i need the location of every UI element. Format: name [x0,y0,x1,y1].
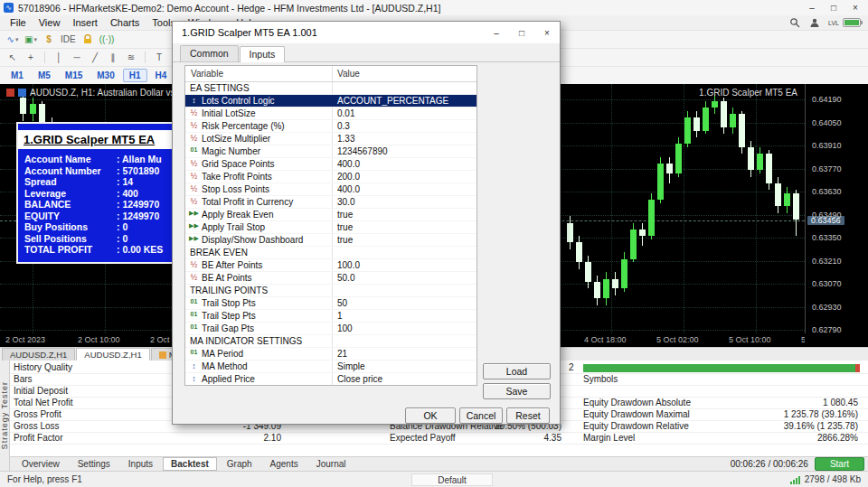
fibonacci-icon[interactable]: ≋ [123,51,139,65]
input-row-break-even[interactable]: BREAK EVEN [185,247,476,259]
input-row-applied-price[interactable]: ↕Applied PriceClose price [185,373,476,385]
input-row-trail-step-pts[interactable]: 01Trail Step Pts1 [185,310,476,323]
input-row-display-show-dashboard[interactable]: ▶▶Display/Show Dashboardtrue [185,234,476,247]
input-row-lotsize-multiplier[interactable]: ½LotSize Multiplier1.33 [185,133,476,145]
input-row-stop-loss-points[interactable]: ½Stop Loss Points400.0 [185,183,476,196]
reset-button[interactable]: Reset [506,407,550,424]
dialog-close-button[interactable]: × [534,22,560,43]
new-order-icon[interactable]: ∿▾ [5,33,21,47]
text-icon[interactable]: T [151,51,167,65]
input-row-apply-break-even[interactable]: ▶▶Apply Break Eventrue [185,209,476,221]
strategy-tester-side-tab[interactable]: Strategy Tester [0,361,10,471]
param-value[interactable]: 1.33 [337,134,354,144]
input-row-risk-percentage[interactable]: ½Risk Percentage (%)0.3 [185,120,476,133]
param-value[interactable]: 0.01 [337,108,354,118]
dialog-titlebar[interactable]: 1.GRID Scalper MT5 EA 1.001 – □ × [173,22,560,43]
timeframe-h4[interactable]: H4 [149,69,174,82]
param-value[interactable]: ACCOUNT_PERCENTAGE [337,96,448,106]
menu-item-insert[interactable]: Insert [66,16,104,29]
metaeditor-ide-icon[interactable]: IDE [59,33,78,47]
param-value[interactable]: true [337,235,353,245]
input-row-ma-period[interactable]: 01MA Period21 [185,348,476,361]
tester-tab-graph[interactable]: Graph [219,457,260,471]
vertical-line-icon[interactable]: │ [51,51,67,65]
param-value[interactable]: true [337,222,353,232]
window-controls: – □ × [801,1,866,14]
param-value[interactable]: 400.0 [337,184,360,194]
load-button[interactable]: Load [483,363,551,379]
tester-tab-backtest[interactable]: Backtest [163,457,217,471]
input-row-be-at-points[interactable]: ½BE At Points50.0 [185,272,476,285]
param-value[interactable]: 400.0 [337,159,360,169]
cancel-button[interactable]: Cancel [459,407,503,424]
param-value[interactable]: Simple [337,361,365,371]
dialog-tab-inputs[interactable]: Inputs [240,46,286,62]
profile-selector[interactable]: Default [411,473,493,486]
horizontal-line-icon[interactable]: ─ [69,51,85,65]
param-value[interactable]: 50 [337,298,347,308]
input-row-initial-lotsize[interactable]: ½Initial LotSize0.01 [185,108,476,120]
trendline-icon[interactable]: ╱ [87,51,103,65]
chart-tab-audusd-z-h1[interactable]: AUDUSD.Z,H1 [2,348,75,361]
menu-item-file[interactable]: File [4,16,33,29]
input-row-apply-trail-stop[interactable]: ▶▶Apply Trail Stoptrue [185,221,476,234]
algo-trading-icon[interactable]: $ [41,33,57,47]
tester-row-profit-factor: Profit Factor2.10Expected Payoff4.35Marg… [10,433,868,445]
search-icon[interactable] [788,16,801,29]
ok-button[interactable]: OK [405,407,456,424]
timeframe-h1[interactable]: H1 [123,69,147,82]
param-value[interactable]: 1 [337,311,343,321]
param-value[interactable]: 100 [337,323,353,333]
chart-tab-audusd-z-h1[interactable]: AUDUSD.Z,H1 [76,348,149,361]
input-row-ea-settings[interactable]: EA SETTINGS [185,82,476,95]
channel-icon[interactable]: ∥ [105,51,121,65]
input-row-lots-control-logic[interactable]: ↕Lots Control LogicACCOUNT_PERCENTAGE [185,95,476,108]
param-value[interactable]: true [337,210,353,220]
input-row-grid-space-points[interactable]: ½Grid Space Points400.0 [185,158,476,171]
maximize-button[interactable]: □ [823,1,844,14]
tester-tab-settings[interactable]: Settings [70,457,118,471]
param-value[interactable]: 200.0 [337,172,360,182]
close-button[interactable]: × [844,1,866,14]
signals-icon[interactable]: ((·)) [98,33,117,47]
input-row-magic-number[interactable]: 01Magic Number1234567890 [185,145,476,158]
lock-icon[interactable] [80,33,96,47]
input-row-be-after-points[interactable]: ½BE After Points100.0 [185,259,476,272]
timeframe-m1[interactable]: M1 [5,69,30,82]
input-row-ma-indicator-settings[interactable]: MA INDICATOR SETTINGS [185,335,476,348]
tester-tab-inputs[interactable]: Inputs [120,457,161,471]
param-value[interactable]: 100.0 [337,260,360,270]
timeframe-m30[interactable]: M30 [90,69,120,82]
dialog-tab-common[interactable]: Common [180,45,239,61]
save-button[interactable]: Save [483,383,551,399]
start-button[interactable]: Start [815,457,864,471]
input-row-take-profit-points[interactable]: ½Take Profit Points200.0 [185,171,476,183]
fibonacci-icon-glyph: ≋ [127,52,135,62]
param-value[interactable]: 21 [337,349,347,359]
param-value[interactable]: 0.3 [337,121,350,131]
crosshair-icon[interactable]: + [23,51,39,65]
param-value[interactable]: 50.0 [337,273,354,283]
input-row-trail-stop-pts[interactable]: 01Trail Stop Pts50 [185,297,476,310]
tester-tab-agents[interactable]: Agents [262,457,307,471]
chart-window-icon[interactable]: ▣▾ [23,33,39,47]
account-icon[interactable] [808,16,821,29]
input-row-ma-method[interactable]: ↕MA MethodSimple [185,361,476,373]
cursor-icon[interactable]: ↖ [5,51,21,65]
price-scale[interactable]: 0.63456 0.641900.640500.639100.637700.63… [805,84,868,333]
param-value[interactable]: 30.0 [337,197,354,207]
input-row-total-profit-in-currency[interactable]: ½Total Profit in Currency30.0 [185,196,476,209]
dialog-maximize-button[interactable]: □ [509,22,534,43]
minimize-button[interactable]: – [801,1,823,14]
timeframe-m5[interactable]: M5 [32,69,57,82]
menu-item-charts[interactable]: Charts [104,16,146,29]
tester-tab-journal[interactable]: Journal [308,457,354,471]
param-value[interactable]: 1234567890 [337,146,388,156]
param-value[interactable]: Close price [337,374,382,384]
tester-tab-overview[interactable]: Overview [14,457,68,471]
input-row-trailing-points[interactable]: TRAILING POINTS [185,285,476,297]
input-row-trail-gap-pts[interactable]: 01Trail Gap Pts100 [185,323,476,335]
dialog-minimize-button[interactable]: – [484,22,509,43]
timeframe-m15[interactable]: M15 [59,69,89,82]
menu-item-view[interactable]: View [33,16,67,29]
